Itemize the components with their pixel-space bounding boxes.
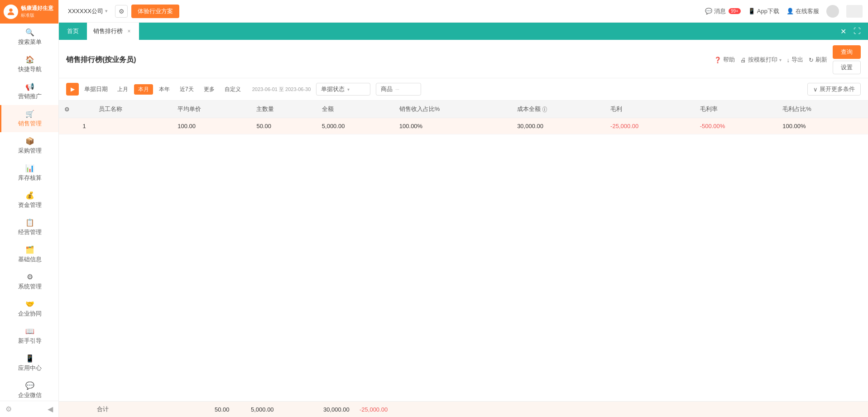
status-filter-label: 单据状态 (321, 85, 345, 93)
settings-icon[interactable]: ⚙ (5, 405, 12, 413)
sidebar-item-guide[interactable]: 📖新手引导 (0, 322, 58, 350)
sidebar-item-search[interactable]: 🔍搜索菜单 (0, 24, 58, 51)
sidebar-item-appstore[interactable]: 📱应用中心 (0, 350, 58, 377)
sidebar-label-inventory: 库存核算 (18, 174, 42, 182)
row-profit-0: -25,000.00 (605, 118, 695, 134)
query-button[interactable]: 查询 (833, 45, 861, 59)
row-margin-0: -500.00% (695, 118, 777, 134)
sidebar-label-quick: 快捷导航 (18, 65, 42, 73)
sidebar-nav: 🔍搜索菜单🏠快捷导航📢营销推广🛒销售管理📦采购管理📊库存核算💰资金管理📋经营管理… (0, 24, 58, 401)
trial-button[interactable]: 体验行业方案 (131, 5, 179, 18)
company-name: XXXXXX公司 (68, 7, 103, 15)
app-download-button[interactable]: 📱 App下载 (748, 7, 779, 15)
col-cost-header: 成本全额 i (512, 101, 605, 118)
settings-button[interactable]: 设置 (833, 61, 861, 74)
data-table: ⚙ 员工名称 平均单价 主数量 全额 销售收入占比% 成本全额 i 毛利 毛利率… (59, 101, 868, 134)
date-this-year-button[interactable]: 本年 (155, 84, 174, 95)
col-margin-header: 毛利率 (695, 101, 777, 118)
collab-icon: 🤝 (25, 300, 34, 308)
sidebar-label-purchase: 采购管理 (18, 147, 42, 155)
tabbar-actions: ✕ ⛶ (833, 26, 868, 37)
tab-close-button[interactable]: × (125, 28, 133, 35)
topbar: XXXXXX公司 ▾ ⚙ 体验行业方案 💬 消息 99+ 📱 App下载 👤 在… (59, 0, 868, 23)
row-cost-0: 30,000.00 (512, 118, 605, 134)
status-filter[interactable]: 单据状态 ▾ (316, 83, 370, 96)
date-prev-month-button[interactable]: 上月 (113, 84, 132, 95)
sidebar-item-operations[interactable]: 📋经营管理 (0, 214, 58, 241)
date-filter-label: 单据日期 (84, 85, 108, 93)
footer-qty: 50.00 (215, 406, 251, 413)
tab-fullscreen-icon[interactable]: ⛶ (852, 26, 863, 36)
row-gear-0 (59, 118, 75, 134)
sidebar-item-finance[interactable]: 💰资金管理 (0, 187, 58, 214)
sidebar-item-collab[interactable]: 🤝企业协同 (0, 295, 58, 322)
tab-home[interactable]: 首页 (59, 23, 87, 40)
wechat-icon: 💬 (25, 381, 34, 390)
col-profit-pct-header: 毛利占比% (777, 101, 868, 118)
messages-button[interactable]: 💬 消息 99+ (705, 7, 741, 15)
date-more-button[interactable]: 更多 (200, 84, 219, 95)
row-avg-price-0: 100.00 (172, 118, 251, 134)
sidebar-item-basic[interactable]: 🗂️基础信息 (0, 241, 58, 268)
export-label: 导出 (791, 56, 803, 64)
sidebar-label-collab: 企业协同 (18, 310, 42, 318)
export-button[interactable]: ↓ 导出 (787, 56, 804, 64)
service-icon: 👤 (786, 8, 794, 14)
goods-filter[interactable]: 商品 ··· (376, 83, 421, 96)
sidebar-footer: ⚙ ◀ (0, 401, 58, 417)
page-header: 销售排行榜(按业务员) ❓ 帮助 🖨 按模板打印 ▾ ↓ 导出 (59, 40, 868, 78)
print-button[interactable]: 🖨 按模板打印 ▾ (740, 56, 782, 64)
help-button[interactable]: ❓ 帮助 (714, 56, 735, 64)
system-icon: ⚙ (27, 273, 33, 281)
footer-profit: -25,000.00 (360, 406, 396, 413)
row-qty-0: 50.00 (251, 118, 316, 134)
row-profit-pct-0: 100.00% (777, 118, 868, 134)
appstore-icon: 📱 (25, 354, 34, 363)
date-buttons: 上月 本月 本年 近7天 更多 自定义 (113, 84, 245, 95)
topbar-gear-button[interactable]: ⚙ (115, 5, 128, 18)
page-content: 销售排行榜(按业务员) ❓ 帮助 🖨 按模板打印 ▾ ↓ 导出 (59, 40, 868, 417)
sidebar-item-inventory[interactable]: 📊库存核算 (0, 159, 58, 187)
sidebar-item-marketing[interactable]: 📢营销推广 (0, 78, 58, 105)
filter-collapse-button[interactable]: ▶ (66, 83, 79, 96)
print-label: 按模板打印 (748, 56, 777, 64)
page-title: 销售排行榜(按业务员) (66, 55, 714, 65)
message-icon: 💬 (705, 8, 712, 14)
footer-total-label: 合计 (97, 405, 178, 413)
tab-sales-rank[interactable]: 销售排行榜 × (87, 23, 139, 40)
date-custom-button[interactable]: 自定义 (221, 84, 245, 95)
message-badge: 99+ (729, 8, 741, 14)
more-conditions-button[interactable]: ∨ 展开更多条件 (807, 83, 861, 96)
date-this-month-button[interactable]: 本月 (134, 84, 153, 95)
row-name-0 (93, 118, 172, 134)
tab-close-all-icon[interactable]: ✕ (839, 26, 848, 37)
sidebar-item-wechat[interactable]: 💬企业微信 (0, 377, 58, 401)
sidebar-item-quick[interactable]: 🏠快捷导航 (0, 51, 58, 78)
company-selector[interactable]: XXXXXX公司 ▾ (64, 5, 111, 17)
refresh-button[interactable]: ↻ 刷新 (809, 56, 827, 64)
collapse-icon[interactable]: ◀ (48, 405, 53, 413)
sidebar-item-sales[interactable]: 🛒销售管理 (0, 105, 58, 132)
sidebar-label-wechat: 企业微信 (18, 391, 42, 399)
refresh-icon: ↻ (809, 57, 814, 63)
footer-amount: 5,000.00 (251, 406, 287, 413)
footer-cost: 30,000.00 (323, 406, 360, 413)
inner-page: 销售排行榜(按业务员) ❓ 帮助 🖨 按模板打印 ▾ ↓ 导出 (59, 40, 868, 417)
sidebar-label-appstore: 应用中心 (18, 364, 42, 372)
main-area: XXXXXX公司 ▾ ⚙ 体验行业方案 💬 消息 99+ 📱 App下载 👤 在… (59, 0, 868, 417)
sidebar-item-system[interactable]: ⚙系统管理 (0, 268, 58, 295)
online-service-button[interactable]: 👤 在线客服 (786, 7, 819, 15)
sidebar-label-guide: 新手引导 (18, 337, 42, 345)
inventory-icon: 📊 (25, 164, 34, 173)
sidebar-item-purchase[interactable]: 📦采购管理 (0, 132, 58, 159)
marketing-icon: 📢 (25, 82, 34, 91)
date-7days-button[interactable]: 近7天 (176, 84, 198, 95)
sidebar-label-sales: 销售管理 (18, 120, 42, 128)
company-dropdown-icon: ▾ (105, 8, 108, 14)
data-table-area: ⚙ 员工名称 平均单价 主数量 全额 销售收入占比% 成本全额 i 毛利 毛利率… (59, 101, 868, 401)
help-label: 帮助 (723, 56, 735, 64)
user-avatar[interactable] (826, 5, 839, 18)
sidebar-label-operations: 经营管理 (18, 228, 42, 236)
search-icon: 🔍 (25, 28, 34, 37)
status-dropdown-icon: ▾ (347, 87, 350, 92)
